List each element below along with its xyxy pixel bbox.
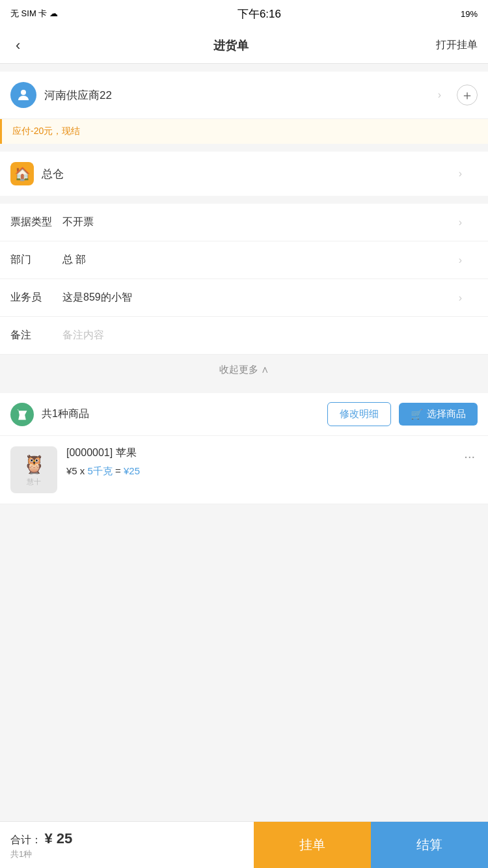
chevron-right-icon: ›: [459, 217, 462, 228]
salesperson-value: 这是859的小智: [62, 291, 459, 305]
warehouse-row[interactable]: 🏠 总仓 ›: [0, 152, 488, 196]
chevron-right-icon: ›: [459, 168, 462, 180]
nav-bar: ‹ 进货单 打开挂单: [0, 27, 488, 64]
product-menu-button[interactable]: ···: [461, 446, 478, 467]
remark-row[interactable]: 备注 备注内容: [0, 317, 488, 355]
supplier-row[interactable]: 河南供应商22 › ＋: [0, 72, 488, 119]
status-battery: 19%: [461, 9, 478, 19]
select-product-icon: 🛒: [411, 409, 423, 420]
warehouse-name: 总仓: [42, 167, 459, 182]
remark-label: 备注: [10, 329, 62, 342]
invoice-label: 票据类型: [10, 215, 62, 229]
notice-banner: 应付-20元，现结: [0, 119, 488, 144]
owl-icon: 🦉: [23, 454, 46, 475]
gap-3: [0, 196, 488, 204]
invoice-type-row[interactable]: 票据类型 不开票 ›: [0, 204, 488, 241]
product-item: 🦉 慧十 [0000001] 苹果 ¥5 x 5千克 = ¥25 ···: [0, 436, 488, 504]
product-code: [0000001]: [66, 447, 116, 458]
form-section: 票据类型 不开票 › 部门 总 部 › 业务员 这是859的小智 › 备注 备注…: [0, 204, 488, 355]
select-product-label: 选择商品: [427, 408, 466, 420]
products-header: 共1种商品 修改明细 🛒 选择商品: [0, 393, 488, 436]
product-thumbnail: 🦉 慧十: [10, 446, 57, 493]
supplier-avatar: [10, 82, 36, 108]
products-count: 共1种商品: [42, 407, 319, 421]
page-title: 进货单: [213, 38, 249, 53]
gap-1: [0, 64, 488, 72]
bottom-padding: [0, 504, 488, 556]
modify-detail-button[interactable]: 修改明细: [327, 402, 391, 426]
dept-label: 部门: [10, 253, 62, 267]
bottom-bar: 合计： ¥ 25 共1种 挂单 结算: [0, 821, 488, 868]
invoice-value: 不开票: [62, 215, 459, 229]
select-product-button[interactable]: 🛒 选择商品: [399, 403, 478, 426]
supplier-section: 河南供应商22 › ＋ 应付-20元，现结: [0, 72, 488, 144]
unit-price: ¥5 x: [66, 465, 88, 476]
brand-text: 慧十: [27, 478, 41, 485]
product-info: [0000001] 苹果 ¥5 x 5千克 = ¥25: [66, 446, 452, 478]
warehouse-icon: 🏠: [10, 162, 34, 185]
add-supplier-button[interactable]: ＋: [457, 85, 478, 105]
gap-2: [0, 144, 488, 152]
total-amount: 合计： ¥ 25: [10, 830, 243, 847]
chevron-right-icon: ›: [438, 89, 441, 101]
chevron-right-icon: ›: [459, 292, 462, 304]
checkout-button[interactable]: 结算: [371, 822, 488, 869]
salesperson-row[interactable]: 业务员 这是859的小智 ›: [0, 279, 488, 317]
total-label: 合计：: [10, 834, 42, 845]
status-signal: 无 SIM 卡 ☁: [10, 8, 58, 20]
total-sub: 共1种: [10, 848, 243, 860]
person-icon: [16, 87, 31, 103]
back-button[interactable]: ‹: [10, 32, 25, 59]
remark-value: 备注内容: [62, 329, 478, 342]
supplier-name: 河南供应商22: [44, 88, 438, 103]
quantity: 5千克: [88, 465, 113, 476]
total-section: 合计： ¥ 25 共1种: [0, 830, 254, 860]
open-pending-button[interactable]: 打开挂单: [436, 38, 478, 52]
hang-order-button[interactable]: 挂单: [254, 822, 371, 869]
chevron-right-icon: ›: [459, 254, 462, 266]
collapse-button[interactable]: 收起更多 ∧: [0, 355, 488, 385]
line-total: ¥25: [124, 465, 140, 476]
total-value: ¥ 25: [44, 830, 72, 847]
status-time: 下午6:16: [237, 7, 281, 21]
dept-row[interactable]: 部门 总 部 ›: [0, 241, 488, 279]
gap-4: [0, 385, 488, 393]
product-name: [0000001] 苹果: [66, 446, 452, 460]
equals-sign: =: [115, 465, 124, 476]
product-price: ¥5 x 5千克 = ¥25: [66, 465, 452, 478]
svg-point-0: [21, 90, 26, 95]
products-icon: [10, 403, 34, 426]
status-bar: 无 SIM 卡 ☁ 下午6:16 19%: [0, 0, 488, 27]
dept-value: 总 部: [62, 253, 459, 267]
salesperson-label: 业务员: [10, 291, 62, 305]
product-title: 苹果: [116, 447, 137, 458]
